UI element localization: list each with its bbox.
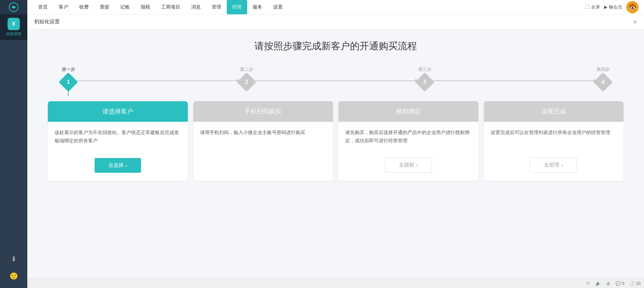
nav-settings[interactable]: 设置 [268,0,288,14]
card3-footer: 去授权 › [338,152,478,181]
nav-operation[interactable]: 经营 [227,0,247,14]
sidebar-bottom: ⬇ 🙂 [0,250,27,288]
go-authorize-label: 去授权 [399,162,414,168]
step2-number: 2 [245,79,248,85]
card4-header: 设置完成 [484,101,624,122]
print-icon: 🖨 [606,281,610,286]
card2-title: 手机扫码购买 [244,108,281,115]
step4-number: 4 [602,79,605,85]
card1-body-text: 该处展示的客户为不在回收站、客户状态正常建账后完成老板端绑定的所有客户 [55,130,179,143]
card4-title: 设置完成 [541,108,566,115]
nav-business[interactable]: 工商项目 [156,0,186,14]
page-title: 初始化设置 [34,18,60,25]
step-node-1: 第一步 1 [61,66,75,96]
card1-header: 请选择客户 [48,101,188,122]
connector-2-3 [253,79,418,83]
go-select-label: 去选择 [108,162,124,169]
main-content: 初始化设置 × 请按照步骤完成新客户的开通购买流程 第一步 1 第二步 [27,14,644,278]
wizard-main-title: 请按照步骤完成新客户的开通购买流程 [48,40,624,53]
jingying-icon: ¥ [8,18,20,30]
close-button[interactable]: × [633,18,637,25]
go-authorize-button[interactable]: 去授权 › [385,157,432,173]
cards-row: 请选择客户 该处展示的客户为不在回收站、客户状态正常建账后完成老板端绑定的所有客… [48,101,624,181]
nav-accounting[interactable]: 记账 [115,0,135,14]
card4-body-text: 设置完成后可以在管理列表进行所有企业用户的经营管理 [491,130,610,135]
fullscreen-btn[interactable]: ⛶ 全屏 [585,4,600,10]
step3-number: 3 [423,79,426,85]
card3-body: 请先购买，购买后选择开通的产品中的企业用户进行授权绑定，成功后即可进行经营管理 [338,122,478,152]
vip-label: 畅会员 [609,4,622,10]
volume-icon: 🔊 [596,281,601,286]
avatar-image: 🐯 [628,3,637,11]
vip-btn[interactable]: ▶ 畅会员 [604,4,622,10]
card-step4: 设置完成 设置完成后可以在管理列表进行所有企业用户的经营管理 去管理 › [484,101,624,181]
go-manage-label: 去管理 [544,162,559,168]
user-avatar[interactable]: 🐯 [626,1,639,13]
step-node-3: 第三步 3 [418,66,432,89]
wizard-container: 请按照步骤完成新客户的开通购买流程 第一步 1 第二步 2 [27,29,644,278]
fullscreen-label: 全屏 [591,4,600,10]
message-count: 💬 0 [616,281,624,286]
sidebar-item-label: 经营管理 [6,31,21,37]
nav-home[interactable]: 首页 [33,0,53,14]
card2-footer [193,167,333,181]
step1-number: 1 [67,79,70,85]
go-manage-arrow: › [561,162,563,168]
nav-service[interactable]: 服务 [247,0,268,14]
go-select-button[interactable]: 去选择 › [95,158,141,173]
step1-diamond: 1 [59,73,78,92]
nav-manage[interactable]: 管理 [206,0,227,14]
step1-label: 第一步 [62,66,75,73]
card1-body: 该处展示的客户为不在回收站、客户状态正常建账后完成老板端绑定的所有客户 [48,122,188,153]
step3-diamond: 3 [415,73,435,92]
sidebar-support[interactable]: 🙂 [0,267,27,285]
card-step1: 请选择客户 该处展示的客户为不在回收站、客户状态正常建账后完成老板端绑定的所有客… [48,101,188,181]
card2-body-text: 请用手机扫码，输入小微企业主账号密码进行购买 [200,130,305,135]
go-authorize-arrow: › [416,162,418,168]
card3-body-text: 请先购买，购买后选择开通的产品中的企业用户进行授权绑定，成功后即可进行经营管理 [345,130,470,143]
step2-diamond: 2 [237,73,256,92]
sidebar-item-jingying[interactable]: ¥ 经营管理 [0,14,27,40]
step4-diamond: 4 [593,73,613,92]
card4-footer: 去管理 › [484,152,624,181]
card1-title: 请选择客户 [102,108,133,115]
step2-label: 第二步 [240,66,253,73]
sidebar-logo [0,0,27,14]
top-nav: 首页 客户 收费 票据 记账 报税 工商项目 消息 管理 经营 服务 设置 ⛶ … [27,0,644,14]
vip-icon: ▶ [604,4,607,10]
step4-label: 第四步 [597,66,610,73]
card2-header: 手机扫码购买 [193,101,333,122]
step-node-2: 第二步 2 [240,66,253,89]
sidebar-download[interactable]: ⬇ [0,250,27,267]
nav-tax[interactable]: 报税 [135,0,156,14]
card4-body: 设置完成后可以在管理列表进行所有企业用户的经营管理 [484,122,624,152]
steps-indicator: 第一步 1 第二步 2 [48,66,624,96]
nav-message[interactable]: 消息 [186,0,206,14]
fullscreen-icon: ⛶ [585,4,590,10]
connector-1-2 [75,79,240,83]
card3-title: 授权绑定 [396,108,421,115]
clock-icon: 🕐 10 [630,281,641,286]
status-bar: ▶ 完成 🛡 🔊 🖨 💬 0 🕐 10 [0,278,644,288]
connector-3-4 [432,79,596,83]
nav-customer[interactable]: 客户 [53,0,74,14]
go-select-arrow: › [126,162,127,168]
nav-invoice[interactable]: 票据 [94,0,115,14]
go-manage-button[interactable]: 去管理 › [530,157,577,173]
card-step2: 手机扫码购买 请用手机扫码，输入小微企业主账号密码进行购买 [193,101,333,181]
nav-right: ⛶ 全屏 ▶ 畅会员 🐯 [585,1,639,13]
nav-charge[interactable]: 收费 [74,0,94,14]
sidebar: ¥ 经营管理 ⬇ 🙂 [0,0,27,288]
card-step3: 授权绑定 请先购买，购买后选择开通的产品中的企业用户进行授权绑定，成功后即可进行… [338,101,478,181]
step-node-4: 第四步 4 [596,66,610,89]
step3-label: 第三步 [418,66,432,73]
status-right: 🛡 🔊 🖨 💬 0 🕐 10 [586,281,641,286]
page-header: 初始化设置 × [27,14,644,29]
card3-header: 授权绑定 [338,101,478,122]
card2-body: 请用手机扫码，输入小微企业主账号密码进行购买 [193,122,333,167]
shield-icon: 🛡 [586,281,590,286]
card1-footer: 去选择 › [48,153,188,181]
